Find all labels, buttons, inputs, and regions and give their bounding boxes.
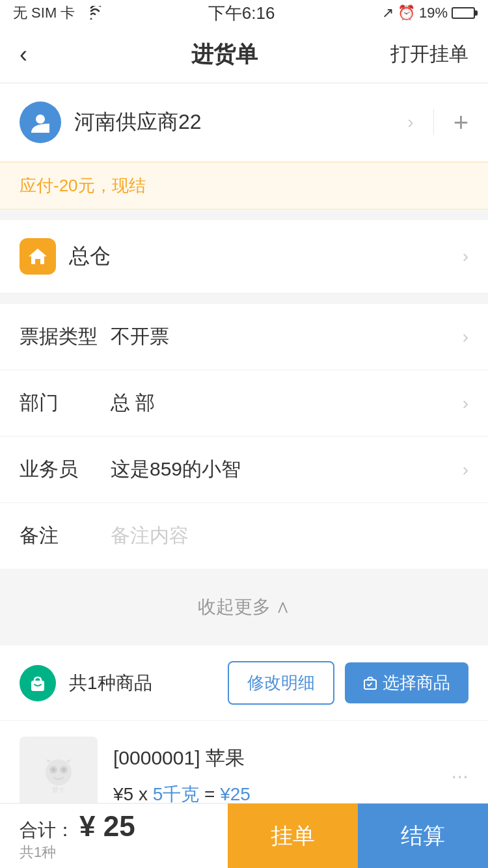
- salesperson-value: 这是859的小智: [111, 456, 463, 483]
- supplier-card: 河南供应商22 › + 应付-20元，现结: [0, 83, 488, 210]
- status-right: ↗ ⏰ 19%: [382, 5, 475, 21]
- svg-point-0: [36, 115, 45, 124]
- nav-bar: ‹ 进货单 打开挂单: [0, 26, 488, 83]
- product-unit-price: ¥5: [113, 784, 133, 804]
- select-product-label: 选择商品: [383, 671, 450, 694]
- product-bag-icon: [20, 665, 56, 701]
- product-title: 苹果: [206, 747, 245, 768]
- svg-point-3: [46, 759, 72, 785]
- total-label: 合计：: [20, 818, 74, 843]
- product-multiply: x: [139, 784, 153, 804]
- total-line: 合计： ¥ 25: [20, 810, 208, 843]
- select-product-button[interactable]: 选择商品: [345, 662, 468, 703]
- wifi-icon: [81, 6, 101, 20]
- house-icon: [27, 246, 48, 267]
- total-count: 共1种: [20, 843, 208, 862]
- content: 河南供应商22 › + 应付-20元，现结 总仓 › 票据类型 不开票 ›: [0, 83, 488, 868]
- supplier-name: 河南供应商22: [74, 108, 407, 137]
- location-icon: ↗: [382, 5, 394, 21]
- settle-button[interactable]: 结算: [358, 804, 488, 868]
- warehouse-name: 总仓: [69, 242, 463, 271]
- warehouse-card: 总仓 ›: [0, 220, 488, 293]
- salesperson-row[interactable]: 业务员 这是859的小智 ›: [0, 437, 488, 503]
- person-icon: [29, 111, 52, 134]
- product-code: [0000001]: [113, 747, 200, 768]
- cart-icon: [363, 676, 377, 690]
- alarm-icon: ⏰: [398, 5, 415, 21]
- department-key: 部门: [20, 390, 111, 416]
- svg-point-6: [51, 768, 55, 772]
- remarks-row[interactable]: 备注 备注内容: [0, 503, 488, 569]
- invoice-chevron-icon: ›: [463, 327, 468, 347]
- back-button[interactable]: ‹: [20, 41, 59, 68]
- supplier-avatar: [20, 102, 61, 143]
- invoice-type-value: 不开票: [111, 323, 463, 350]
- department-value: 总 部: [111, 390, 463, 416]
- svg-text:督十: 督十: [52, 786, 65, 793]
- invoice-type-row[interactable]: 票据类型 不开票 ›: [0, 304, 488, 370]
- department-chevron-icon: ›: [463, 393, 468, 414]
- supplier-chevron-icon: ›: [407, 112, 413, 133]
- product-header: 共1种商品 修改明细 选择商品: [0, 645, 488, 721]
- total-area: 合计： ¥ 25 共1种: [0, 804, 228, 868]
- svg-point-7: [62, 768, 66, 772]
- battery-label: 19%: [419, 5, 448, 21]
- open-hang-button[interactable]: 打开挂单: [390, 41, 468, 68]
- collapse-button[interactable]: 收起更多 ∧: [0, 579, 488, 635]
- warehouse-icon: [20, 238, 56, 275]
- bag-icon: [27, 673, 48, 694]
- status-time: 下午6:16: [208, 2, 275, 25]
- product-quantity: 5千克: [153, 784, 200, 804]
- remarks-placeholder: 备注内容: [111, 522, 468, 549]
- remarks-key: 备注: [20, 522, 111, 549]
- invoice-type-key: 票据类型: [20, 323, 111, 350]
- owl-icon: 督十: [36, 753, 81, 798]
- product-more-button[interactable]: ···: [451, 764, 468, 788]
- info-banner: 应付-20元，现结: [0, 162, 488, 210]
- vertical-divider: [433, 109, 434, 135]
- product-name: [0000001] 苹果: [113, 745, 451, 772]
- carrier-label: 无 SIM 卡: [13, 3, 75, 23]
- warehouse-chevron-icon: ›: [463, 246, 468, 267]
- form-card: 票据类型 不开票 › 部门 总 部 › 业务员 这是859的小智 › 备注 备注…: [0, 304, 488, 569]
- product-equals: =: [204, 784, 220, 804]
- edit-detail-button[interactable]: 修改明细: [228, 661, 334, 705]
- hang-button[interactable]: 挂单: [228, 804, 358, 868]
- page-title: 进货单: [191, 40, 258, 70]
- total-amount: ¥ 25: [79, 810, 135, 843]
- salesperson-chevron-icon: ›: [463, 459, 468, 480]
- product-total: ¥25: [220, 784, 251, 804]
- battery-icon: [452, 7, 475, 19]
- product-info: [0000001] 苹果 ¥5 x 5千克 = ¥25: [113, 745, 451, 807]
- status-bar: 无 SIM 卡 下午6:16 ↗ ⏰ 19%: [0, 0, 488, 26]
- bottom-bar: 合计： ¥ 25 共1种 挂单 结算: [0, 803, 488, 868]
- add-supplier-button[interactable]: +: [454, 108, 468, 137]
- department-row[interactable]: 部门 总 部 ›: [0, 370, 488, 437]
- salesperson-key: 业务员: [20, 456, 111, 483]
- warehouse-row[interactable]: 总仓 ›: [0, 220, 488, 293]
- product-count: 共1种商品: [69, 671, 228, 696]
- supplier-row[interactable]: 河南供应商22 › +: [0, 83, 488, 162]
- status-left: 无 SIM 卡: [13, 3, 101, 23]
